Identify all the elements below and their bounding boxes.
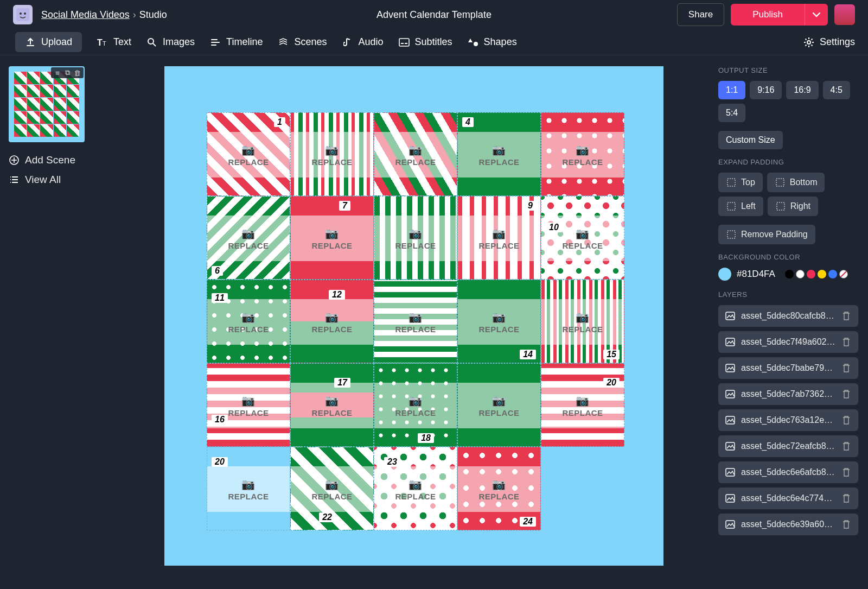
replace-placeholder[interactable]: 📷REPLACE <box>207 466 290 512</box>
calendar-cell-3[interactable]: 📷REPLACE <box>374 112 457 196</box>
replace-placeholder[interactable]: 📷REPLACE <box>291 466 373 512</box>
trash-icon[interactable]: 🗑 <box>73 68 81 77</box>
ratio-16-9[interactable]: 16:9 <box>786 81 818 99</box>
calendar-cell-15[interactable]: 📷REPLACE15 <box>541 280 624 363</box>
workspace-logo[interactable] <box>13 5 33 24</box>
preset-swatch[interactable] <box>807 270 815 278</box>
replace-placeholder[interactable]: 📷REPLACE <box>291 299 373 345</box>
replace-placeholder[interactable]: 📷REPLACE <box>541 299 624 345</box>
replace-placeholder[interactable]: 📷REPLACE <box>291 383 373 428</box>
ratio-9-16[interactable]: 9:16 <box>750 81 782 99</box>
share-button[interactable]: Share <box>677 3 724 26</box>
layer-item[interactable]: asset_5ddec6e39a602… <box>718 514 858 535</box>
bg-color-swatch[interactable] <box>718 268 731 281</box>
calendar-cell-9[interactable]: 📷REPLACE9 <box>457 196 541 280</box>
replace-placeholder[interactable]: 📷REPLACE <box>207 299 290 345</box>
calendar-cell-21[interactable]: 📷REPLACE20 <box>207 447 290 530</box>
replace-placeholder[interactable]: 📷REPLACE <box>458 383 540 428</box>
replace-placeholder[interactable]: 📷REPLACE <box>291 216 373 261</box>
calendar-cell-1[interactable]: 📷REPLACE1 <box>207 112 290 196</box>
ratio-1-1[interactable]: 1:1 <box>718 81 745 99</box>
layer-item[interactable]: asset_5ddec7babe793… <box>718 357 858 379</box>
replace-placeholder[interactable]: 📷REPLACE <box>458 466 540 512</box>
calendar-cell-13[interactable]: 📷REPLACE <box>374 280 457 363</box>
breadcrumb-project[interactable]: Social Media Videos <box>41 9 130 21</box>
calendar-cell-14[interactable]: 📷REPLACE14 <box>457 280 541 363</box>
bg-color-hex[interactable]: #81D4FA <box>737 269 775 280</box>
scenes-tool[interactable]: Scenes <box>278 36 327 48</box>
calendar-cell-4[interactable]: 📷REPLACE4 <box>457 112 541 196</box>
publish-button[interactable]: Publish <box>731 4 805 26</box>
trash-icon[interactable] <box>841 311 852 321</box>
preset-swatch[interactable] <box>796 270 805 278</box>
ratio-4-5[interactable]: 4:5 <box>823 81 850 99</box>
preset-swatch[interactable] <box>818 270 826 278</box>
replace-placeholder[interactable]: 📷REPLACE <box>458 299 540 345</box>
trash-icon[interactable] <box>841 441 852 452</box>
trash-icon[interactable] <box>841 337 852 347</box>
trash-icon[interactable] <box>841 363 852 373</box>
replace-placeholder[interactable]: 📷REPLACE <box>374 299 457 345</box>
replace-placeholder[interactable]: 📷REPLACE <box>374 383 457 428</box>
calendar-cell-7[interactable]: 📷REPLACE7 <box>290 196 374 280</box>
layer-item[interactable]: asset_5ddec80cafcb8… <box>718 305 858 327</box>
layer-item[interactable]: asset_5ddec7f49a602… <box>718 331 858 353</box>
calendar-cell-18[interactable]: 📷REPLACE18 <box>374 363 457 447</box>
settings-button[interactable]: Settings <box>803 36 855 48</box>
layer-item[interactable]: asset_5ddec763a12e5… <box>718 409 858 431</box>
padding-top[interactable]: Top <box>718 173 763 192</box>
trash-icon[interactable] <box>841 467 852 478</box>
padding-bottom[interactable]: Bottom <box>767 173 825 192</box>
ratio-5-4[interactable]: 5:4 <box>718 104 745 122</box>
calendar-cell-19[interactable]: 📷REPLACE <box>457 363 541 447</box>
images-tool[interactable]: Images <box>146 36 195 48</box>
replace-placeholder[interactable]: 📷REPLACE <box>458 132 540 178</box>
replace-placeholder[interactable]: 📷REPLACE <box>207 132 290 178</box>
view-all-button[interactable]: View All <box>9 174 94 186</box>
layer-item[interactable]: asset_5ddec6e6afcb8… <box>718 461 858 483</box>
calendar-cell-23[interactable]: 📷REPLACE23 <box>374 447 457 530</box>
trash-icon[interactable] <box>841 415 852 426</box>
replace-placeholder[interactable]: 📷REPLACE <box>374 216 457 261</box>
replace-placeholder[interactable]: 📷REPLACE <box>291 132 373 178</box>
document-title[interactable]: Advent Calendar Template <box>376 9 492 21</box>
calendar-cell-16[interactable]: 📷REPLACE16 <box>207 363 290 447</box>
padding-left[interactable]: Left <box>718 197 763 216</box>
replace-placeholder[interactable]: 📷REPLACE <box>374 132 457 178</box>
timeline-mini-icon[interactable]: ≡ <box>53 68 62 77</box>
shapes-tool[interactable]: Shapes <box>468 36 517 48</box>
canvas[interactable]: 📷REPLACE1📷REPLACE📷REPLACE📷REPLACE4📷REPLA… <box>164 66 663 566</box>
calendar-cell-22[interactable]: 📷REPLACE22 <box>290 447 374 530</box>
subtitles-tool[interactable]: Subtitles <box>399 36 452 48</box>
custom-size-button[interactable]: Custom Size <box>718 131 783 149</box>
replace-placeholder[interactable]: 📷REPLACE <box>541 132 624 178</box>
replace-placeholder[interactable]: 📷REPLACE <box>541 383 624 428</box>
user-avatar[interactable] <box>834 4 855 25</box>
add-scene-button[interactable]: Add Scene <box>9 154 94 166</box>
trash-icon[interactable] <box>841 519 852 530</box>
upload-button[interactable]: Upload <box>15 32 82 52</box>
trash-icon[interactable] <box>841 389 852 400</box>
layer-item[interactable]: asset_5ddec7ab73623… <box>718 383 858 405</box>
duplicate-icon[interactable]: ⧉ <box>63 68 72 77</box>
calendar-cell-6[interactable]: 📷REPLACE6 <box>207 196 290 280</box>
calendar-cell-17[interactable]: 📷REPLACE17 <box>290 363 374 447</box>
calendar-cell-8[interactable]: 📷REPLACE <box>374 196 457 280</box>
calendar-cell-12[interactable]: 📷REPLACE12 <box>290 280 374 363</box>
preset-swatch[interactable] <box>839 270 848 278</box>
remove-padding-button[interactable]: Remove Padding <box>718 225 815 244</box>
replace-placeholder[interactable]: 📷REPLACE <box>374 466 457 512</box>
calendar-cell-10[interactable]: 📷REPLACE10 <box>541 196 624 280</box>
scene-thumbnail[interactable]: ≡ ⧉ 🗑 <box>9 66 85 142</box>
padding-right[interactable]: Right <box>768 197 818 216</box>
replace-placeholder[interactable]: 📷REPLACE <box>207 216 290 261</box>
trash-icon[interactable] <box>841 493 852 504</box>
calendar-cell-24[interactable]: 📷REPLACE24 <box>457 447 541 530</box>
calendar-cell-11[interactable]: 📷REPLACE11 <box>207 280 290 363</box>
audio-tool[interactable]: Audio <box>342 36 384 48</box>
calendar-cell-20[interactable]: 📷REPLACE20 <box>541 363 624 447</box>
preset-swatch[interactable] <box>828 270 837 278</box>
layer-item[interactable]: asset_5ddec6e4c7746… <box>718 487 858 509</box>
timeline-tool[interactable]: Timeline <box>210 36 263 48</box>
replace-placeholder[interactable]: 📷REPLACE <box>458 216 540 261</box>
